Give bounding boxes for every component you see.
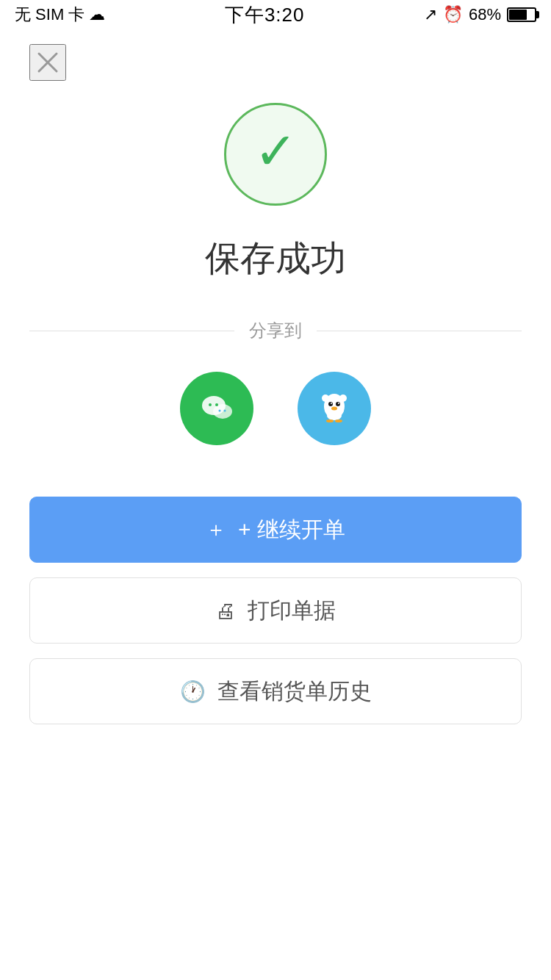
- svg-point-7: [224, 410, 226, 412]
- svg-point-16: [335, 419, 342, 422]
- status-time: 下午3:20: [225, 2, 305, 28]
- print-label: 打印单据: [248, 596, 336, 626]
- continue-order-label: + 继续开单: [238, 515, 345, 545]
- checkmark-icon: ✓: [254, 126, 298, 177]
- view-history-button[interactable]: 🕐 查看销货单历史: [29, 658, 522, 724]
- alarm-icon: ⏰: [443, 5, 463, 24]
- continue-order-button[interactable]: ＋ + 继续开单: [29, 497, 522, 563]
- battery-fill: [509, 10, 527, 20]
- status-right: ↗ ⏰ 68%: [424, 5, 536, 24]
- share-label: 分享到: [249, 319, 302, 342]
- history-icon: 🕐: [180, 680, 206, 704]
- svg-point-14: [327, 411, 342, 420]
- battery-percent: 68%: [469, 5, 501, 24]
- svg-point-4: [209, 403, 212, 406]
- close-button[interactable]: [29, 44, 66, 81]
- divider-line-right: [317, 331, 522, 331]
- svg-point-18: [339, 394, 347, 402]
- svg-point-13: [331, 407, 337, 411]
- print-button[interactable]: 🖨 打印单据: [29, 577, 522, 644]
- svg-point-17: [322, 394, 329, 402]
- main-content: ✓ 保存成功 分享到: [0, 29, 551, 980]
- svg-point-9: [328, 402, 333, 406]
- svg-point-10: [336, 402, 340, 406]
- qq-share-button[interactable]: [298, 372, 371, 445]
- sim-label: 无 SIM 卡 ☁: [15, 4, 105, 26]
- status-left: 无 SIM 卡 ☁: [15, 4, 105, 26]
- wechat-icon: [195, 386, 239, 430]
- qq-icon: [312, 386, 356, 430]
- plus-icon: ＋: [206, 516, 226, 544]
- svg-point-5: [215, 403, 218, 406]
- action-buttons: ＋ + 继续开单 🖨 打印单据 🕐 查看销货单历史: [29, 497, 522, 724]
- svg-point-3: [213, 404, 232, 419]
- svg-point-11: [331, 403, 332, 404]
- battery-bar: [507, 7, 536, 22]
- svg-point-15: [326, 419, 334, 422]
- share-icons: [180, 372, 371, 445]
- close-icon: [36, 51, 60, 74]
- divider-line-left: [29, 331, 234, 331]
- view-history-label: 查看销货单历史: [217, 677, 372, 707]
- status-bar: 无 SIM 卡 ☁ 下午3:20 ↗ ⏰ 68%: [0, 0, 551, 29]
- svg-point-6: [219, 410, 221, 412]
- success-title: 保存成功: [205, 235, 346, 282]
- success-circle: ✓: [224, 103, 327, 206]
- share-divider: 分享到: [29, 319, 522, 342]
- wechat-share-button[interactable]: [180, 372, 253, 445]
- printer-icon: 🖨: [215, 599, 236, 623]
- location-icon: ↗: [424, 5, 437, 24]
- svg-point-12: [338, 403, 339, 404]
